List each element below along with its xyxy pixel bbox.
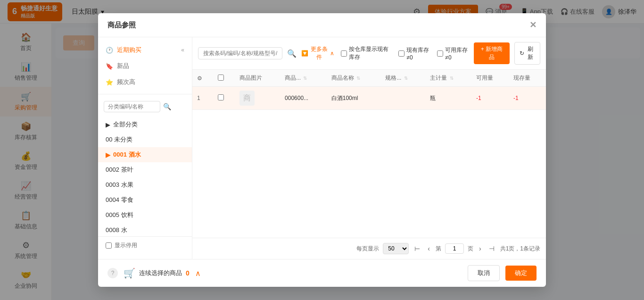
filter-checkboxes: 按仓库显示现有库存 现有库存≠0 可用库存≠0	[341, 45, 469, 61]
row-stock-cell: -1	[509, 87, 546, 110]
tree-label-0005: 0005 饮料	[106, 211, 133, 219]
category-search-icon[interactable]: 🔍	[163, 103, 171, 110]
page-label-end: 页	[468, 245, 473, 253]
select-all-checkbox[interactable]	[218, 75, 224, 81]
col-stock: 现存量	[509, 70, 546, 87]
left-nav-frequent[interactable]: ⭐ 频次高	[98, 74, 192, 90]
table-row[interactable]: 1 商 000600... 白酒100ml 瓶	[192, 87, 546, 110]
product-unit: 瓶	[430, 95, 436, 101]
modal-body: 🕐 近期购买 « 🔖 新品 ⭐ 频次高	[98, 37, 546, 259]
filter-chevron-icon: ∧	[330, 50, 334, 57]
product-name: 白酒100ml	[331, 95, 358, 101]
category-search-input[interactable]	[104, 101, 160, 112]
product-code: 000600...	[285, 95, 308, 101]
refresh-btn-label: 刷新	[526, 45, 535, 61]
cancel-button[interactable]: 取消	[468, 265, 500, 281]
left-nav-recent-label: 近期购买	[117, 46, 141, 54]
sort-icon-name: ⇅	[356, 75, 360, 81]
row-checkbox[interactable]	[218, 94, 224, 100]
row-check-cell[interactable]	[213, 87, 235, 110]
col-available: 可用量	[471, 70, 509, 87]
tree-label-all: 全部分类	[113, 120, 138, 129]
row-spec-cell	[380, 87, 425, 110]
product-search-input[interactable]	[198, 47, 282, 59]
display-disabled-checkbox[interactable]	[106, 242, 112, 249]
tree-item-0001[interactable]: ▶ 0001 酒水	[98, 147, 192, 162]
tree-item-0003[interactable]: 0003 水果	[98, 177, 192, 192]
col-spec-label: 规格...	[385, 75, 401, 81]
left-nav-new-label: 新品	[117, 62, 129, 70]
sort-icon-spec: ⇅	[404, 75, 408, 81]
divider	[98, 94, 192, 94]
filter-button[interactable]: 🔽 更多条件 ∧	[301, 45, 334, 61]
tree-arrow-all: ▶	[106, 121, 110, 128]
check-warehouse-input[interactable]	[341, 50, 347, 57]
first-page-btn[interactable]: ⊢	[413, 244, 422, 253]
pagination: 每页显示 50 10 20 100 ⊢ ‹ 第 页	[192, 238, 546, 259]
cart-icon[interactable]: 🛒	[124, 267, 135, 279]
tree-item-0008[interactable]: 0008 水	[98, 223, 192, 236]
prev-page-btn[interactable]: ‹	[426, 244, 432, 253]
tree-item-0004[interactable]: 0004 零食	[98, 192, 192, 208]
tree-item-0005[interactable]: 0005 饮料	[98, 208, 192, 223]
check-available-nonzero-label: 可用库存≠0	[445, 46, 469, 61]
page-size-select[interactable]: 50 10 20 100	[383, 243, 409, 254]
product-stock: -1	[513, 95, 519, 101]
col-image: 商品图片	[235, 70, 280, 87]
category-tree: ▶ 全部分类 00 未分类 ▶ 0001 酒水 0002 茶	[98, 115, 192, 236]
row-num-cell: 1	[192, 87, 213, 110]
display-disabled-label: 显示停用	[115, 242, 137, 250]
check-warehouse-label: 按仓库显示现有库存	[349, 45, 392, 61]
left-nav-new[interactable]: 🔖 新品	[98, 58, 192, 74]
col-checkbox[interactable]	[213, 70, 235, 87]
tree-arrow-0001: ▶	[106, 151, 110, 158]
new-product-button[interactable]: + 新增商品	[474, 42, 509, 64]
col-unit[interactable]: 主计量 ⇅	[425, 70, 471, 87]
row-code-cell: 000600...	[280, 87, 327, 110]
col-name[interactable]: 商品名称 ⇅	[327, 70, 381, 87]
col-name-label: 商品名称	[331, 75, 354, 81]
left-nav-frequent-label: 频次高	[117, 78, 135, 86]
cart-label: 连续选择的商品	[139, 269, 182, 277]
product-search-icon[interactable]: 🔍	[287, 49, 297, 58]
refresh-button[interactable]: ↻ 刷新	[514, 42, 540, 65]
col-settings[interactable]: ⚙	[192, 70, 213, 87]
check-warehouse[interactable]: 按仓库显示现有库存	[341, 45, 392, 61]
collapse-icon[interactable]: «	[181, 47, 184, 53]
product-available: -1	[476, 95, 481, 101]
product-toolbar: 🔍 🔽 更多条件 ∧ 按仓库显示现有库存	[192, 37, 546, 70]
page-number-input[interactable]	[445, 243, 464, 254]
help-button[interactable]: ?	[107, 268, 118, 278]
modal-close-button[interactable]: ✕	[529, 24, 537, 30]
check-stock-nonzero[interactable]: 现有库存≠0	[398, 46, 430, 61]
page-size-label: 每页显示	[356, 245, 379, 253]
row-image-cell: 商	[235, 87, 280, 110]
left-nav-recent[interactable]: 🕐 近期购买 «	[98, 42, 192, 58]
tree-item-00[interactable]: 00 未分类	[98, 132, 192, 147]
product-reference-modal: 商品参照 ✕ 🕐 近期购买 « 🔖 新品	[98, 24, 546, 287]
collapse-footer-icon[interactable]: ∧	[195, 269, 201, 278]
col-code[interactable]: 商品... ⇅	[280, 70, 327, 87]
cart-count: 0	[186, 269, 190, 277]
last-page-btn[interactable]: ⊣	[487, 244, 496, 253]
tree-label-0002: 0002 茶叶	[106, 166, 133, 174]
check-stock-nonzero-input[interactable]	[398, 50, 405, 57]
tree-item-0002[interactable]: 0002 茶叶	[98, 162, 192, 177]
display-disabled-section: 显示停用	[98, 236, 192, 254]
tree-label-0008: 0008 水	[106, 226, 127, 234]
tree-label-0001: 0001 酒水	[113, 150, 141, 159]
tree-item-all[interactable]: ▶ 全部分类	[98, 117, 192, 132]
confirm-button[interactable]: 确定	[505, 266, 537, 281]
row-available-cell: -1	[471, 87, 509, 110]
check-available-nonzero[interactable]: 可用库存≠0	[437, 46, 469, 61]
refresh-icon: ↻	[520, 50, 524, 57]
next-page-btn[interactable]: ›	[477, 244, 483, 253]
check-available-nonzero-input[interactable]	[437, 50, 443, 57]
right-panel: 🔍 🔽 更多条件 ∧ 按仓库显示现有库存	[192, 37, 546, 259]
col-spec[interactable]: 规格... ⇅	[380, 70, 425, 87]
tree-label-0004: 0004 零食	[106, 196, 133, 204]
row-unit-cell: 瓶	[425, 87, 471, 110]
tree-label-00: 00 未分类	[106, 135, 132, 144]
modal-overlay: 商品参照 ✕ 🕐 近期购买 « 🔖 新品	[52, 24, 644, 300]
table-header-row: ⚙ 商品图片 商品... ⇅ 商品名称	[192, 70, 546, 87]
